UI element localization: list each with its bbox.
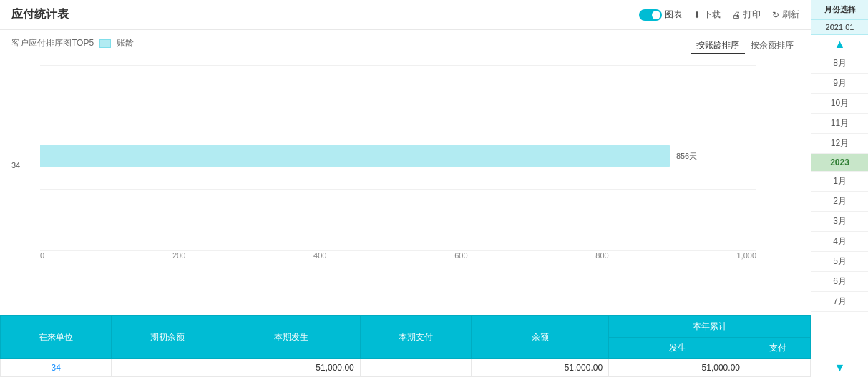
x-tick-2: 400 [313, 251, 326, 265]
refresh-button[interactable]: ↻ 刷新 [772, 9, 799, 21]
chart-bar [40, 145, 670, 167]
chart-toggle-wrap[interactable]: 图表 [639, 9, 682, 21]
sidebar-month-item[interactable]: 9月 [811, 74, 868, 94]
td-current-occurrence: 51,000.00 [223, 359, 360, 377]
x-tick-5: 1,000 [736, 251, 756, 265]
sidebar-month-item[interactable]: 10月 [811, 94, 868, 114]
print-icon: 🖨 [732, 10, 741, 20]
chart-bar-row: 856天 [40, 145, 756, 167]
refresh-label: 刷新 [782, 9, 799, 21]
table-header-row-1: 在来单位 期初余额 本期发生 本期支付 余额 本年累计 [1, 316, 811, 338]
legend-text: 客户应付排序图TOP5 [11, 37, 94, 49]
page-header: 应付统计表 图表 ⬇ 下载 🖨 打印 ↻ 刷新 [0, 0, 811, 30]
th-unit: 在来单位 [1, 316, 112, 359]
sidebar-year-input[interactable] [811, 20, 868, 35]
grid-line [40, 65, 756, 66]
header-actions: 图表 ⬇ 下载 🖨 打印 ↻ 刷新 [639, 9, 799, 21]
download-button[interactable]: ⬇ 下载 [693, 9, 721, 21]
td-opening-balance [112, 359, 223, 377]
td-ytd-payment [746, 359, 810, 377]
print-button[interactable]: 🖨 打印 [732, 9, 761, 21]
sidebar-up-arrow[interactable]: ▲ [811, 35, 868, 54]
page-title: 应付统计表 [11, 7, 69, 22]
sort-tabs: 按账龄排序 按余额排序 [691, 38, 799, 54]
sort-tab-age[interactable]: 按账龄排序 [691, 38, 745, 54]
x-tick-0: 0 [40, 251, 44, 265]
chart-legend: 客户应付排序图TOP5 账龄 [11, 37, 134, 49]
download-icon: ⬇ [693, 10, 701, 20]
sidebar-month-item[interactable]: 5月 [811, 252, 868, 272]
sidebar-month-item[interactable]: 2023 [811, 154, 868, 172]
td-unit[interactable]: 34 [1, 359, 112, 377]
legend-box-label: 账龄 [117, 37, 134, 49]
chart-toggle[interactable] [639, 9, 662, 21]
sidebar-month-item[interactable]: 11月 [811, 114, 868, 134]
x-axis: 0 200 400 600 800 1,000 [40, 251, 756, 265]
table-row: 34 51,000.00 51,000.00 51,000.00 [1, 359, 811, 377]
th-opening: 期初余额 [112, 316, 223, 359]
chart-container: 34 856天 0 200 400 600 800 1,000 [11, 58, 799, 308]
th-balance: 余额 [472, 316, 609, 359]
td-balance: 51,000.00 [472, 359, 609, 377]
chart-inner: 34 856天 0 200 400 600 800 1,000 [11, 65, 799, 265]
grid-line [40, 127, 756, 127]
x-tick-3: 600 [454, 251, 467, 265]
sidebar-month-item[interactable]: 8月 [811, 54, 868, 74]
chart-toggle-label: 图表 [665, 9, 682, 21]
th-payment: 本期支付 [360, 316, 471, 359]
sidebar-month-item[interactable]: 4月 [811, 232, 868, 252]
sidebar-month-item[interactable]: 7月 [811, 292, 868, 312]
th-ytd-payment: 支付 [746, 338, 810, 359]
print-label: 打印 [743, 9, 761, 21]
x-tick-4: 800 [595, 251, 608, 265]
td-current-payment [360, 359, 471, 377]
sidebar-month-item[interactable]: 12月 [811, 134, 868, 154]
th-ytd-occurrence: 发生 [609, 338, 746, 359]
sidebar-header: 月份选择 [811, 0, 868, 20]
sidebar-month-item[interactable]: 6月 [811, 272, 868, 292]
sort-tab-balance[interactable]: 按余额排序 [745, 38, 799, 54]
refresh-icon: ↻ [772, 10, 779, 20]
sidebar: 月份选择 ▲ 8月9月10月11月12月20231月2月3月4月5月6月7月 ▼ [811, 0, 868, 377]
x-tick-1: 200 [172, 251, 185, 265]
table-section: 在来单位 期初余额 本期发生 本期支付 余额 本年累计 发生 支付 34 51,… [0, 315, 811, 377]
sidebar-month-item[interactable]: 3月 [811, 212, 868, 232]
data-table: 在来单位 期初余额 本期发生 本期支付 余额 本年累计 发生 支付 34 51,… [0, 315, 811, 377]
sidebar-month-item[interactable]: 1月 [811, 172, 868, 192]
th-ytd: 本年累计 [609, 316, 811, 338]
y-axis-label: 34 [11, 161, 20, 170]
sidebar-month-item[interactable]: 2月 [811, 192, 868, 212]
chart-legend-row: 客户应付排序图TOP5 账龄 按账龄排序 按余额排序 [11, 37, 799, 55]
chart-section: 客户应付排序图TOP5 账龄 按账龄排序 按余额排序 34 [0, 30, 811, 315]
sidebar-months: 8月9月10月11月12月20231月2月3月4月5月6月7月 [811, 54, 868, 358]
table-body: 34 51,000.00 51,000.00 51,000.00 [1, 359, 811, 377]
bar-value-label: 856天 [676, 151, 697, 162]
td-ytd-occurrence: 51,000.00 [609, 359, 746, 377]
th-occurrence: 本期发生 [223, 316, 360, 359]
download-label: 下载 [703, 9, 721, 21]
grid-line [40, 189, 756, 190]
legend-box [99, 39, 111, 48]
sidebar-down-arrow[interactable]: ▼ [811, 358, 868, 377]
